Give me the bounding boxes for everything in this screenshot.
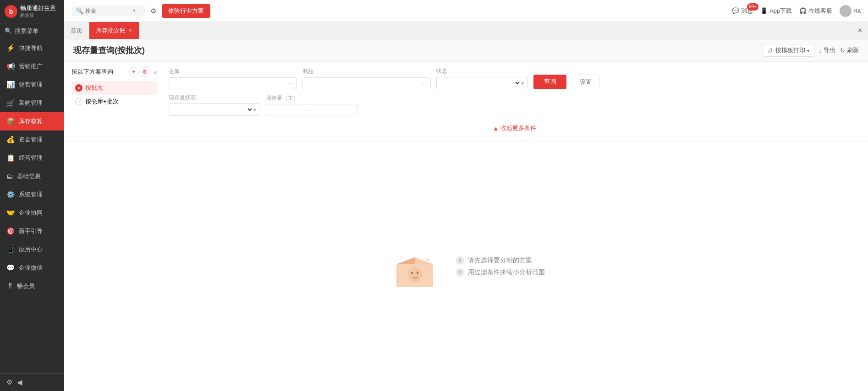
sidebar-item-enterprise[interactable]: 🤝 企业协同 (0, 204, 64, 222)
sidebar-item-system[interactable]: ⚙️ 系统管理 (0, 185, 64, 204)
tab-close-icon[interactable]: ✕ (128, 27, 132, 33)
corpwechat-icon: 💬 (6, 264, 15, 272)
product-field: 商品 ··· (302, 68, 431, 89)
tab-close-main-icon[interactable]: ✕ (852, 27, 868, 34)
search-box[interactable]: 🔍 ▾ (71, 5, 145, 16)
search-input[interactable] (85, 8, 131, 14)
inventory-status-wrap[interactable]: ▾ (169, 103, 260, 116)
manage-scheme-button[interactable]: ⚙ (140, 67, 149, 76)
tab-home[interactable]: 首页 (64, 22, 89, 39)
experience-button[interactable]: 体验行业方案 (162, 4, 210, 18)
warehouse-label: 仓库 (169, 68, 297, 76)
export-button[interactable]: ↓ 导出 (819, 46, 836, 54)
tip-num-2: 2 (456, 268, 464, 277)
add-scheme-button[interactable]: + (129, 67, 138, 76)
sidebar-item-newbie[interactable]: 🎯 新手引导 (0, 222, 64, 240)
print-chevron-icon[interactable]: ▾ (807, 48, 809, 53)
scheme-active-dot: ● (75, 84, 82, 92)
app-download-label: App下载 (769, 7, 792, 15)
sidebar-item-corpwechat[interactable]: 💬 企业微信 (0, 259, 64, 277)
inventory-status-select[interactable] (173, 106, 253, 114)
search-box-icon: 🔍 (76, 7, 83, 14)
filter-fields: 仓库 ··· 商品 ··· (169, 67, 861, 136)
topbar-gear-icon[interactable]: ⚙ (148, 7, 158, 15)
warehouse-input-wrap[interactable]: ··· (169, 77, 297, 89)
page-title: 现存量查询(按批次) (73, 45, 145, 56)
page-header: 现存量查询(按批次) 🖨 按模板打印 ▾ ↓ 导出 ↻ 刷新 (64, 39, 868, 62)
sidebar-item-purchase[interactable]: 🛒 采购管理 (0, 94, 64, 112)
topbar-right: 💬 消息 99+ 📱 App下载 🎧 在线客服 Rit (732, 5, 861, 17)
app-download-button[interactable]: 📱 App下载 (760, 7, 792, 15)
status-label: 状态 (436, 67, 528, 75)
status-select-wrap[interactable]: ▾ (436, 77, 528, 89)
inventory-status-label: 现存量状态 (169, 94, 260, 102)
refresh-label: 刷新 (847, 46, 859, 54)
empty-tip-2: 2 用过滤条件来缩小分析范围 (456, 268, 545, 277)
collapse-sidebar-button[interactable]: ◀ (17, 378, 22, 386)
inventory-qty-label: 现存量（主） (266, 94, 357, 102)
sidebar-item-appcenter[interactable]: 📱 应用中心 (0, 240, 64, 259)
page-header-actions: 🖨 按模板打印 ▾ ↓ 导出 ↻ 刷新 (763, 44, 859, 57)
search-menu-item[interactable]: 🔍 搜索菜单 (0, 23, 64, 39)
inventory-icon: 📦 (6, 117, 15, 125)
sidebar-bottom: ⚙ ◀ (0, 373, 64, 391)
sidebar-item-marketing[interactable]: 📢 营销推广 (0, 57, 64, 76)
product-dots-icon[interactable]: ··· (421, 80, 427, 87)
settings-icon[interactable]: ⚙ (6, 378, 12, 386)
sidebar-item-inventory[interactable]: 📦 库存核算 (0, 112, 64, 130)
sidebar-item-finance[interactable]: 💰 资金管理 (0, 130, 64, 149)
scheme-header-icons: + ⚙ (129, 67, 149, 76)
messages-button[interactable]: 💬 消息 99+ (732, 7, 753, 15)
warehouse-input[interactable] (173, 80, 286, 87)
scheme-header-label: 按以下方案查询 (71, 68, 113, 76)
sidebar-item-sales[interactable]: 📊 销售管理 (0, 76, 64, 94)
query-button[interactable]: 查询 (533, 75, 566, 89)
user-profile[interactable]: Rit (840, 5, 861, 17)
svg-point-3 (411, 272, 413, 274)
tab-batch[interactable]: 库存批次账 ✕ (89, 22, 139, 39)
collapse-up-icon: ▲ (493, 125, 499, 132)
status-select[interactable] (440, 79, 521, 87)
range-dash: — (308, 106, 314, 113)
warehouse-field: 仓库 ··· (169, 68, 297, 89)
sidebar-nav: ⚡ 快捷导航 📢 营销推广 📊 销售管理 🛒 采购管理 📦 库存核算 💰 资金管… (0, 39, 64, 373)
sidebar-item-quicknav[interactable]: ⚡ 快捷导航 (0, 39, 64, 57)
status-chevron-icon: ▾ (521, 80, 524, 87)
empty-state: 1 请先选择要分析的方案 2 用过滤条件来缩小分析范围 (64, 142, 868, 391)
basics-icon: 🗂 (6, 172, 13, 180)
scheme-item-batch[interactable]: ● 按批次 (71, 81, 157, 95)
search-chevron-icon[interactable]: ▾ (133, 8, 136, 14)
inventory-qty-range[interactable]: — (266, 104, 357, 115)
online-support-button[interactable]: 🎧 在线客服 (799, 7, 832, 15)
sales-icon: 📊 (6, 81, 15, 89)
scheme-item-warehouse-batch[interactable]: ○ 按仓库+批次 (71, 95, 157, 109)
export-icon: ↓ (819, 47, 822, 54)
sidebar-item-member[interactable]: 🎖 畅会员 (0, 277, 64, 295)
product-input[interactable] (307, 80, 419, 87)
quicknav-icon: ⚡ (6, 44, 15, 52)
collapse-scheme-icon[interactable]: « (154, 69, 157, 76)
tab-home-label: 首页 (71, 27, 82, 35)
system-icon: ⚙️ (6, 190, 15, 199)
print-button[interactable]: 🖨 按模板打印 ▾ (763, 44, 814, 57)
product-input-wrap[interactable]: ··· (302, 77, 431, 89)
sidebar-item-newbie-label: 新手引导 (19, 227, 43, 235)
refresh-icon: ↻ (840, 47, 845, 54)
settings-button[interactable]: 设置 (572, 75, 599, 89)
refresh-button[interactable]: ↻ 刷新 (840, 46, 859, 54)
inventory-qty-max-input[interactable] (316, 106, 353, 113)
sidebar-item-basics[interactable]: 🗂 基础信息 (0, 167, 64, 185)
product-label: 商品 (302, 68, 431, 76)
filter-row-1: 仓库 ··· 商品 ··· (169, 67, 861, 89)
sidebar-item-inventory-label: 库存核算 (19, 117, 43, 125)
sidebar-item-purchase-label: 采购管理 (19, 99, 43, 107)
collapse-more-button[interactable]: ▲ 收起更多条件 (169, 120, 861, 136)
tab-batch-label: 库存批次账 (96, 27, 126, 35)
scheme-batch-label: 按批次 (85, 84, 103, 92)
sidebar-item-operation[interactable]: 📋 经营管理 (0, 149, 64, 167)
user-avatar (840, 5, 852, 17)
inventory-qty-min-input[interactable] (270, 106, 307, 113)
warehouse-dots-icon[interactable]: ··· (287, 80, 293, 87)
sidebar-item-member-label: 畅会员 (17, 282, 35, 290)
appcenter-icon: 📱 (6, 245, 15, 254)
